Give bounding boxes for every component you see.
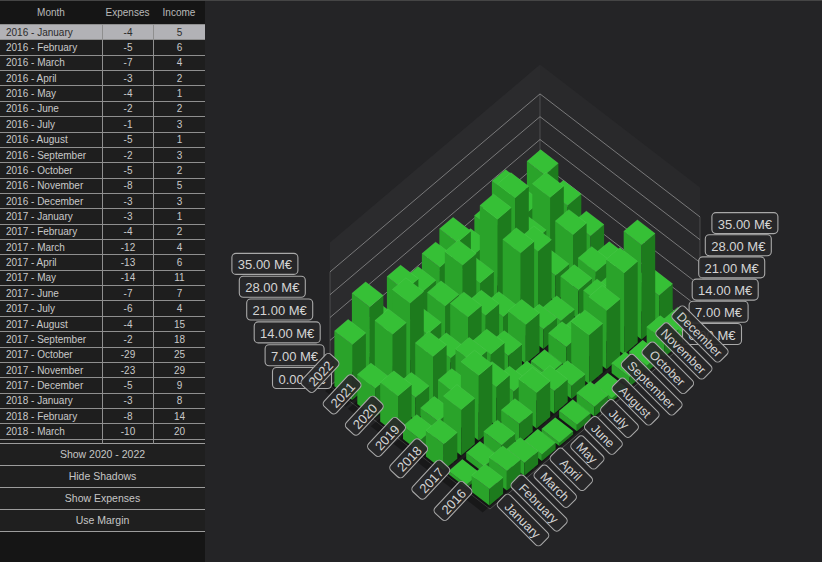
month-cell: 2016 - August [0, 133, 102, 147]
expenses-cell: -3 [102, 71, 153, 85]
table-row[interactable]: 2017 - March-124 [0, 239, 205, 255]
expenses-cell: -1 [102, 117, 153, 131]
app-window: Month Expenses Income 2016 - January-452… [0, 0, 822, 562]
show-expenses-button[interactable]: Show Expenses [0, 487, 205, 510]
expenses-cell: -4 [102, 25, 153, 39]
income-cell: 2 [153, 71, 205, 85]
table-row[interactable]: 2017 - September-218 [0, 331, 205, 347]
value-axis-label: 7.00 M€ [265, 345, 324, 366]
value-axis-label: 7.00 M€ [689, 301, 748, 322]
month-cell: 2017 - July [0, 301, 102, 315]
month-cell: 2017 - January [0, 209, 102, 223]
income-cell: 7 [153, 286, 205, 300]
table-row[interactable]: 2016 - September-23 [0, 147, 205, 163]
table-row[interactable]: 2017 - July-64 [0, 300, 205, 316]
value-axis-label: 28.00 M€ [239, 276, 305, 297]
svg-text:21.00 M€: 21.00 M€ [253, 303, 308, 318]
data-table: 2016 - January-452016 - February-562016 … [0, 24, 205, 444]
income-cell: 5 [153, 25, 205, 39]
table-row[interactable]: 2017 - February-42 [0, 224, 205, 240]
table-row[interactable]: 2016 - May-41 [0, 85, 205, 101]
value-axis-label: 28.00 M€ [705, 235, 771, 256]
expenses-cell: -2 [102, 102, 153, 116]
svg-text:28.00 M€: 28.00 M€ [245, 280, 300, 295]
month-cell: 2017 - December [0, 378, 102, 392]
expenses-cell: -4 [102, 86, 153, 100]
expenses-cell: -2 [102, 332, 153, 346]
value-axis-label: 14.00 M€ [692, 279, 758, 300]
table-row[interactable]: 2016 - February-56 [0, 39, 205, 55]
table-row[interactable]: 2018 - March-1020 [0, 423, 205, 439]
expenses-cell: -7 [102, 286, 153, 300]
table-row[interactable]: 2017 - November-2329 [0, 362, 205, 378]
month-cell: 2016 - April [0, 71, 102, 85]
month-cell: 2017 - November [0, 363, 102, 377]
svg-text:14.00 M€: 14.00 M€ [698, 283, 753, 298]
income-cell: 25 [153, 348, 205, 362]
table-row[interactable]: 2016 - December-33 [0, 193, 205, 209]
column-header-income: Income [153, 7, 205, 18]
show-years-button[interactable]: Show 2020 - 2022 [0, 443, 205, 466]
expenses-cell: -23 [102, 363, 153, 377]
month-cell: 2017 - May [0, 271, 102, 285]
table-row[interactable]: 2017 - June-77 [0, 285, 205, 301]
month-cell: 2017 - June [0, 286, 102, 300]
month-cell: 2017 - October [0, 348, 102, 362]
month-cell: 2017 - April [0, 255, 102, 269]
expenses-cell: -8 [102, 179, 153, 193]
column-header-month: Month [0, 7, 102, 18]
month-cell: 2016 - December [0, 194, 102, 208]
column-header-expenses: Expenses [102, 7, 153, 18]
table-row[interactable]: 2017 - May-1411 [0, 270, 205, 286]
table-row[interactable]: 2016 - April-32 [0, 70, 205, 86]
expenses-cell: -4 [102, 225, 153, 239]
svg-text:7.00 M€: 7.00 M€ [271, 349, 319, 364]
expenses-cell: -5 [102, 378, 153, 392]
income-cell: 1 [153, 209, 205, 223]
month-cell: 2017 - February [0, 225, 102, 239]
table-row[interactable]: 2017 - August-415 [0, 316, 205, 332]
expenses-cell: -6 [102, 301, 153, 315]
table-row-clipped [0, 439, 205, 444]
svg-text:7.00 M€: 7.00 M€ [695, 305, 743, 320]
income-cell: 3 [153, 148, 205, 162]
month-cell: 2018 - January [0, 394, 102, 408]
month-cell: 2017 - September [0, 332, 102, 346]
expenses-cell: -10 [102, 424, 153, 438]
income-cell: 1 [153, 133, 205, 147]
table-row[interactable]: 2016 - August-51 [0, 132, 205, 148]
table-row[interactable]: 2016 - July-13 [0, 116, 205, 132]
income-cell: 14 [153, 409, 205, 423]
income-cell: 4 [153, 56, 205, 70]
value-axis-label: 21.00 M€ [247, 299, 313, 320]
table-row[interactable]: 2018 - February-814 [0, 408, 205, 424]
month-cell: 2016 - November [0, 179, 102, 193]
use-margin-button[interactable]: Use Margin [0, 509, 205, 532]
expenses-cell: -4 [102, 317, 153, 331]
table-row[interactable]: 2016 - January-45 [0, 24, 205, 40]
svg-text:28.00 M€: 28.00 M€ [711, 239, 766, 254]
table-row[interactable]: 2016 - March-74 [0, 55, 205, 71]
table-row[interactable]: 2016 - November-85 [0, 178, 205, 194]
table-row[interactable]: 2017 - October-2925 [0, 347, 205, 363]
table-row[interactable]: 2018 - January-38 [0, 393, 205, 409]
month-cell: 2018 - March [0, 424, 102, 438]
svg-text:21.00 M€: 21.00 M€ [705, 261, 760, 276]
income-cell: 6 [153, 40, 205, 54]
hide-shadows-button[interactable]: Hide Shadows [0, 465, 205, 488]
income-cell: 4 [153, 240, 205, 254]
chart-scene[interactable]: 0.00 M€7.00 M€14.00 M€21.00 M€28.00 M€35… [205, 1, 822, 562]
table-row[interactable]: 2017 - January-31 [0, 208, 205, 224]
data-panel: Month Expenses Income 2016 - January-452… [0, 1, 205, 562]
table-row[interactable]: 2016 - October-52 [0, 162, 205, 178]
bar-chart-3d[interactable]: 0.00 M€7.00 M€14.00 M€21.00 M€28.00 M€35… [205, 1, 822, 562]
income-cell: 15 [153, 317, 205, 331]
expenses-cell: -5 [102, 163, 153, 177]
table-row[interactable]: 2017 - December-59 [0, 377, 205, 393]
svg-text:35.00 M€: 35.00 M€ [718, 217, 773, 232]
table-row[interactable]: 2017 - April-136 [0, 254, 205, 270]
month-cell: 2017 - August [0, 317, 102, 331]
table-row[interactable]: 2016 - June-22 [0, 101, 205, 117]
svg-text:14.00 M€: 14.00 M€ [260, 326, 315, 341]
value-axis-label: 14.00 M€ [254, 322, 320, 343]
